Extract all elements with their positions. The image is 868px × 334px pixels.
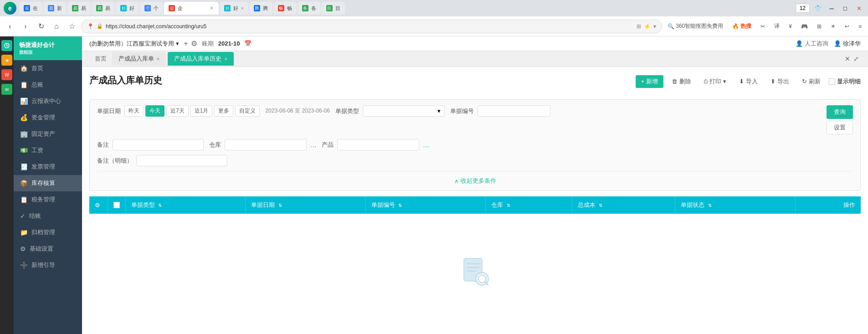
tab-7[interactable]: 企 企 × bbox=[164, 2, 219, 15]
remark-input[interactable] bbox=[113, 139, 204, 150]
back-btn[interactable]: ‹ bbox=[4, 20, 16, 33]
detail-remark-input[interactable] bbox=[136, 155, 227, 166]
bookmark-btn[interactable]: ☆ bbox=[66, 20, 78, 33]
sidebar-item-reports[interactable]: 📊 云报表中心 bbox=[14, 93, 82, 109]
maximize-btn[interactable]: □ bbox=[840, 3, 851, 14]
forward-btn[interactable]: › bbox=[19, 20, 32, 33]
rail-icon-4[interactable]: ✉ bbox=[1, 84, 12, 95]
tab-list[interactable]: 产成品入库单 × bbox=[112, 52, 166, 66]
calendar-icon[interactable]: 📅 bbox=[244, 40, 252, 47]
sidebar-item-settings[interactable]: ⚙ 基础设置 bbox=[14, 241, 82, 257]
select-all-checkbox[interactable] bbox=[113, 202, 120, 208]
game-tool[interactable]: 🎮 bbox=[798, 22, 811, 31]
expand-btn[interactable]: ⤢ bbox=[853, 55, 859, 62]
toolbar-settings-btn[interactable]: ⚙ bbox=[191, 39, 197, 48]
voucher-number-input[interactable] bbox=[478, 105, 550, 117]
th-voucher-type[interactable]: 单据类型 ⇅ bbox=[125, 196, 246, 214]
new-btn[interactable]: + 新增 bbox=[636, 75, 663, 88]
close-panel-btn[interactable]: × bbox=[845, 54, 850, 64]
translate-tool[interactable]: 译 bbox=[771, 21, 782, 31]
scissors-tool[interactable]: ✂ bbox=[758, 22, 768, 31]
extension-icon[interactable]: ⊞ bbox=[637, 23, 641, 30]
hot-search-tool[interactable]: 🔥 热搜 bbox=[729, 21, 754, 31]
product-input[interactable] bbox=[337, 139, 419, 150]
theme-tool[interactable]: ☀ bbox=[828, 22, 838, 31]
show-fields-toggle[interactable]: 显示明细 bbox=[829, 77, 861, 86]
th-status[interactable]: 单据状态 ⇅ bbox=[675, 196, 796, 214]
menu-tool[interactable]: ≡ bbox=[856, 22, 864, 31]
today-btn[interactable]: 今天 bbox=[145, 105, 164, 117]
add-company-btn[interactable]: + bbox=[184, 40, 188, 48]
tab-3[interactable]: 易 易 bbox=[67, 2, 91, 15]
sort-no[interactable]: ⇅ bbox=[398, 203, 402, 208]
tab-11[interactable]: 各 各 bbox=[298, 2, 321, 15]
address-bar[interactable]: 📍 🔒 https://cloud.chanjet.com/accounting… bbox=[81, 20, 662, 33]
tab-6[interactable]: 个 个 bbox=[140, 2, 163, 15]
tab-2[interactable]: 新 新 bbox=[43, 2, 67, 15]
rail-icon-3[interactable]: W bbox=[1, 69, 12, 80]
th-total-cost[interactable]: 总成本 ⇅ bbox=[572, 196, 675, 214]
warehouse-dots[interactable]: ... bbox=[310, 141, 316, 149]
browser-logo[interactable]: e bbox=[4, 2, 16, 15]
sidebar-item-home[interactable]: 🏠 首页 bbox=[14, 60, 82, 77]
th-voucher-no[interactable]: 单据编号 ⇅ bbox=[365, 196, 486, 214]
sidebar-item-guide[interactable]: ➕ 新增引导 bbox=[14, 257, 82, 273]
sort-date[interactable]: ⇅ bbox=[278, 203, 282, 208]
filter-settings-btn[interactable]: 设置 bbox=[827, 121, 853, 134]
tab-9[interactable]: 腾 腾 bbox=[249, 2, 272, 15]
collapse-btn[interactable]: ∧ 收起更多条件 bbox=[454, 177, 496, 185]
undo-tool[interactable]: ↩ bbox=[842, 22, 852, 31]
sidebar-item-fixed-assets[interactable]: 🏢 固定资产 bbox=[14, 126, 82, 142]
print-btn[interactable]: ⎙ 打印 ▾ bbox=[699, 76, 731, 87]
sidebar-item-inventory[interactable]: 📦 库存核算 bbox=[14, 175, 82, 191]
sidebar-item-closing[interactable]: ✓ 结账 bbox=[14, 208, 82, 224]
tab-10[interactable]: 畅 畅 bbox=[273, 2, 297, 15]
sort-warehouse[interactable]: ⇅ bbox=[507, 203, 510, 208]
user-service[interactable]: 👤 人工咨询 bbox=[796, 40, 828, 48]
warehouse-input[interactable] bbox=[225, 139, 307, 150]
search-tool[interactable]: 🔍 360智能抠图免费用 bbox=[665, 21, 726, 31]
th-warehouse[interactable]: 仓库 ⇅ bbox=[486, 196, 572, 214]
sidebar-item-payroll[interactable]: 💵 工资 bbox=[14, 142, 82, 159]
custom-btn[interactable]: 自定义 bbox=[235, 105, 260, 117]
tab-8-close[interactable]: × bbox=[241, 6, 244, 11]
home-btn[interactable]: ⌂ bbox=[50, 20, 63, 33]
sidebar-item-funds[interactable]: 💰 资金管理 bbox=[14, 109, 82, 126]
import-btn[interactable]: ⬇ 导入 bbox=[734, 76, 762, 87]
sort-cost[interactable]: ⇅ bbox=[599, 203, 602, 208]
tab-4[interactable]: 易 易 bbox=[92, 2, 115, 15]
close-btn[interactable]: ✕ bbox=[853, 3, 864, 14]
sidebar-item-general-ledger[interactable]: 📋 总账 bbox=[14, 77, 82, 93]
sidebar-item-invoice[interactable]: 🧾 发票管理 bbox=[14, 159, 82, 175]
refresh-btn[interactable]: ↻ 刷新 bbox=[797, 76, 825, 87]
rail-icon-1[interactable] bbox=[1, 40, 12, 51]
tab-count[interactable]: 12 bbox=[796, 4, 810, 13]
tab-7-close[interactable]: × bbox=[209, 4, 214, 12]
tab-history[interactable]: 产成品入库单历史 × bbox=[168, 52, 233, 66]
sidebar-item-tax[interactable]: 📋 税务管理 bbox=[14, 191, 82, 208]
history-tab-close[interactable]: × bbox=[224, 56, 227, 62]
breadcrumb-home[interactable]: 首页 bbox=[89, 51, 112, 67]
query-btn[interactable]: 查询 bbox=[827, 105, 853, 119]
rail-icon-2[interactable]: ★ bbox=[1, 55, 12, 66]
company-selector[interactable]: (勿删勿禁用）江西服宝测试专用 ▾ bbox=[89, 40, 179, 48]
delete-btn[interactable]: 🗑 删除 bbox=[667, 76, 696, 87]
money-tool[interactable]: ¥ bbox=[786, 22, 795, 31]
sort-voucher-type[interactable]: ⇅ bbox=[158, 203, 162, 208]
tab-5[interactable]: 好 好 bbox=[116, 2, 139, 15]
list-tab-close[interactable]: × bbox=[157, 56, 159, 62]
tab-12[interactable]: 目 目 bbox=[322, 2, 345, 15]
voucher-type-select[interactable]: ▾ bbox=[363, 105, 445, 117]
yesterday-btn[interactable]: 昨天 bbox=[124, 105, 144, 117]
lightning-icon[interactable]: ⚡ bbox=[644, 23, 651, 30]
shirt-icon[interactable]: 👕 bbox=[812, 3, 823, 14]
checkbox-show-fields[interactable] bbox=[829, 78, 835, 85]
th-voucher-date[interactable]: 单据日期 ⇅ bbox=[246, 196, 366, 214]
tab-1[interactable]: 在 在 bbox=[19, 2, 42, 15]
month-btn[interactable]: 近1月 bbox=[190, 105, 213, 117]
dropdown-icon[interactable]: ▾ bbox=[653, 23, 656, 30]
th-gear[interactable]: ⚙ bbox=[89, 196, 108, 214]
user-avatar[interactable]: 👤 徐泽华 bbox=[834, 40, 861, 48]
th-check[interactable] bbox=[108, 196, 125, 214]
tab-8[interactable]: 好 好 × bbox=[220, 2, 248, 15]
